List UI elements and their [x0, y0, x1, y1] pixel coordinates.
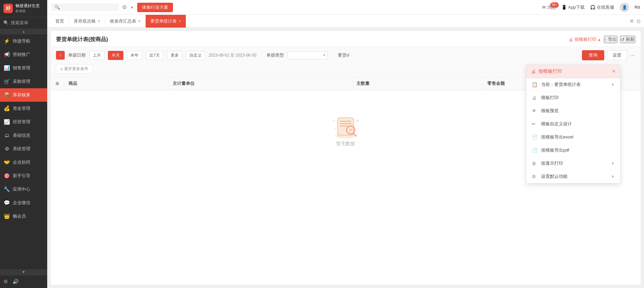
dropdown-set-default[interactable]: ⚙ 设置默认功能 ▼	[526, 170, 620, 183]
app-download-action[interactable]: 📱 App下载	[561, 4, 585, 10]
btn-query[interactable]: 查询	[582, 50, 604, 60]
user-avatar[interactable]: 👤	[620, 3, 629, 12]
sidebar-item-wechat[interactable]: 💬 企业微信	[0, 196, 47, 210]
chevron-right-icon: ›	[60, 53, 61, 58]
sidebar-item-basic[interactable]: 🗂 基础信息	[0, 129, 47, 142]
dropdown-item-export-pdf[interactable]: 📄 按模板导出pdf	[526, 144, 620, 157]
date-btn-more[interactable]: 更多	[167, 51, 182, 60]
btn-settings[interactable]: 设置	[607, 50, 627, 60]
filter-row-1: › 单据日期 上月 本月 本年 近7天 更多 自定义 2023-06-01 至 …	[56, 50, 635, 60]
topbar: 🔍 ⚙ ▼ 体验行业方案 ✉ 消息 99+ 📱 App下载 🎧 在线客服 👤	[47, 0, 644, 15]
tab-inventory-batch-close[interactable]: ×	[98, 19, 100, 23]
sidebar-item-app-center[interactable]: 🔧 应用中心	[0, 183, 47, 196]
topbar-search-input[interactable]	[62, 5, 109, 10]
export-icon: ↑	[605, 37, 607, 42]
sidebar-item-operations[interactable]: 📈 经营管理	[0, 115, 47, 129]
sidebar-item-guide[interactable]: 🎯 新手引导	[0, 169, 47, 183]
sidebar-item-sales[interactable]: 📊 销售管理	[0, 61, 47, 75]
topbar-dropdown-arrow[interactable]: ▼	[130, 5, 134, 9]
dropdown-item-template-preview[interactable]: 👁 模板预览	[526, 104, 620, 118]
tab-inventory-batch[interactable]: 库存批次账 ×	[69, 15, 105, 28]
sidebar-item-label: 快捷导航	[13, 38, 30, 44]
svg-point-7	[348, 128, 353, 132]
dropdown-item-template-custom[interactable]: ✏ 模板自定义设计	[526, 118, 620, 131]
export-pdf-label: 按模板导出pdf	[541, 147, 569, 153]
btn-refresh[interactable]: ↺ 刷新	[620, 36, 635, 43]
app-logo: 好 畅捷通好生意 标准版	[0, 0, 47, 17]
th-product: 商品	[64, 77, 168, 90]
date-btn-custom[interactable]: 自定义	[186, 51, 205, 60]
dropdown-item-export-excel[interactable]: 📄 按模板导出excel	[526, 131, 620, 144]
speaker-icon[interactable]: 🔊	[12, 279, 19, 285]
template-custom-icon: ✏	[532, 121, 538, 127]
template-preview-label: 模板预览	[541, 108, 559, 114]
basic-icon: 🗂	[3, 132, 10, 138]
tab-home[interactable]: 首页	[51, 15, 69, 28]
sidebar-item-quick-nav[interactable]: ⚡ 快捷导航	[0, 34, 47, 48]
content-area: 要货单统计表(按商品) 🖨 按模板打印 ▲ ↑ 导出 ↺ 刷新	[51, 31, 641, 285]
sidebar-item-system[interactable]: ⚙ 系统管理	[0, 142, 47, 156]
sidebar-item-label: 企业微信	[13, 200, 30, 206]
dropdown-title: 按模板打印	[538, 68, 562, 74]
tab-requisition-stats[interactable]: 要货单统计表 ×	[146, 15, 186, 28]
tab-requisition-stats-label: 要货单统计表	[150, 18, 177, 24]
sidebar-item-membership[interactable]: 👑 畅会员	[0, 210, 47, 223]
display-print-icon: 🖥	[532, 161, 538, 166]
dropdown-display-print[interactable]: 🖥 按显示打印 ▼	[526, 157, 620, 170]
sidebar-item-inventory[interactable]: 📦 库存核算	[0, 88, 47, 102]
logo-icon: 好	[3, 4, 13, 13]
sidebar-item-label: 采购管理	[13, 78, 30, 85]
sidebar-item-marketing[interactable]: 📢 营销推广	[0, 48, 47, 61]
date-btn-this-year[interactable]: 本年	[127, 51, 142, 60]
empty-text: 暂无数据	[336, 141, 355, 147]
display-print-label: 按显示打印	[541, 160, 563, 166]
date-btn-this-month[interactable]: 本月	[108, 51, 123, 60]
more-options-icon[interactable]: ⋯	[630, 52, 635, 59]
dropdown-header: 🖨 按模板打印 ×	[526, 65, 620, 78]
topbar-search-box[interactable]: 🔍	[51, 3, 119, 11]
top-right-actions: 🖨 按模板打印 ▲ ↑ 导出 ↺ 刷新	[569, 36, 635, 43]
window-maximize-icon[interactable]: ⊡	[637, 19, 641, 24]
sidebar-item-purchase[interactable]: 🛒 采购管理	[0, 75, 47, 88]
order-type-select[interactable]	[287, 51, 328, 59]
search-icon: 🔍	[3, 20, 9, 25]
date-btn-last-month[interactable]: 上月	[89, 51, 105, 60]
sidebar-item-label: 新手引导	[13, 173, 30, 179]
sidebar-item-finance[interactable]: 💰 资金管理	[0, 102, 47, 115]
sidebar-bottom: ⚙ 🔊	[0, 275, 47, 288]
sidebar-search[interactable]: 🔍 搜索菜单	[0, 17, 47, 29]
export-excel-label: 按模板导出excel	[541, 134, 573, 140]
dropdown-current-template[interactable]: 📋 当前：要货单统计表 ▼	[526, 78, 620, 91]
settings-bottom-icon[interactable]: ⚙	[3, 279, 8, 285]
tab-collection-summary-close[interactable]: ×	[138, 19, 141, 23]
collab-icon: 🤝	[3, 159, 10, 165]
topbar-search-icon: 🔍	[55, 5, 60, 10]
message-action[interactable]: ✉ 消息 99+	[542, 4, 556, 10]
sidebar-item-label: 畅会员	[13, 213, 26, 219]
btn-expand-filters[interactable]: ≡ 展开更多条件	[56, 64, 93, 73]
tab-requisition-stats-close[interactable]: ×	[179, 19, 181, 23]
scroll-up[interactable]: ▲	[0, 29, 47, 34]
dropdown-close-icon[interactable]: ×	[612, 68, 615, 74]
empty-illustration	[329, 110, 362, 141]
export-pdf-icon: 📄	[532, 148, 538, 153]
tab-collection-summary-label: 收发存汇总表	[110, 18, 136, 24]
promo-button[interactable]: 体验行业方案	[137, 3, 173, 12]
online-service-label: 在线客服	[597, 4, 614, 10]
btn-template-print[interactable]: 🖨 按模板打印 ▲	[569, 36, 601, 42]
dropdown-item-template-print[interactable]: 🖨 模板打印	[526, 91, 620, 104]
date-btn-7days[interactable]: 近7天	[146, 51, 164, 60]
chevron-down-icon: ▼	[611, 83, 615, 87]
scroll-down[interactable]: ▼	[0, 269, 47, 275]
sidebar-item-label: 库存核算	[13, 92, 30, 98]
tab-collection-summary[interactable]: 收发存汇总表 ×	[105, 15, 146, 28]
topbar-gear-icon[interactable]: ⚙	[122, 4, 127, 10]
table-settings-icon[interactable]: ⚙	[51, 77, 64, 90]
window-close-icon[interactable]: ✕	[630, 18, 634, 24]
sidebar-item-collab[interactable]: 🤝 企业协同	[0, 156, 47, 169]
filter-collapse-toggle[interactable]: ›	[56, 51, 65, 60]
btn-export[interactable]: ↑ 导出	[604, 36, 618, 43]
online-service-action[interactable]: 🎧 在线客服	[590, 4, 614, 10]
sidebar-item-label: 销售管理	[13, 65, 30, 71]
template-custom-label: 模板自定义设计	[541, 121, 572, 127]
